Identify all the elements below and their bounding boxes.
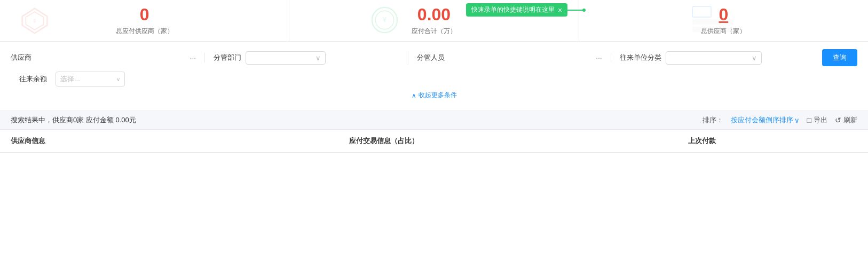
stat-total-supplier: 0 总供应商（家）	[579, 0, 868, 41]
circle-watermark-icon: ¥	[370, 5, 399, 35]
refresh-button[interactable]: ↺ 刷新	[835, 115, 857, 125]
diamond-watermark-icon: $	[21, 7, 48, 34]
total-payable-supplier-number: 0	[140, 5, 149, 24]
search-area: 供应商 ··· 分管部门 ∨ 分管人员 ··· 往来单位分类 ∨ 查询	[0, 42, 868, 111]
result-bar: 搜索结果中，供应商0家 应付金额 0.00元 排序： 按应付会额倒序排序 ∨ □…	[0, 111, 868, 130]
stat-total-payable-supplier: $ 0 总应付供应商（家）	[0, 0, 289, 41]
sort-select[interactable]: 按应付会额倒序排序 ∨	[731, 115, 800, 125]
manager-input[interactable]	[449, 54, 596, 62]
export-label: 导出	[814, 115, 827, 125]
manager-label: 分管人员	[417, 53, 445, 62]
result-info: 搜索结果中，供应商0家 应付金额 0.00元	[11, 115, 136, 125]
stat-payable-total: ¥ 0.00 应付合计（万） 快速录单的快捷键说明在这里 ×	[289, 0, 579, 41]
total-payable-supplier-label: 总应付供应商（家）	[116, 27, 173, 36]
col-header-supplier: 供应商信息	[11, 136, 349, 146]
collapse-label: 收起更多条件	[419, 91, 457, 100]
col-header-lastpay: 上次付款	[688, 136, 857, 146]
manager-field: 分管人员 ···	[408, 53, 611, 62]
export-button[interactable]: □ 导出	[807, 115, 827, 125]
balance-label: 往来余额	[19, 74, 47, 84]
rect-watermark-icon	[691, 5, 734, 35]
table-body	[0, 153, 868, 275]
svg-rect-7	[692, 19, 733, 25]
refresh-icon: ↺	[835, 116, 841, 124]
stats-bar: $ 0 总应付供应商（家） ¥ 0.00 应付合计（万） 快速录单的快捷键说明在…	[0, 0, 868, 42]
category-label: 往来单位分类	[620, 53, 661, 62]
sort-label: 排序：	[703, 115, 723, 125]
supplier-input[interactable]	[36, 54, 190, 62]
category-field: 往来单位分类 ∨	[611, 51, 814, 65]
sort-value: 按应付会额倒序排序	[731, 115, 793, 125]
svg-rect-8	[692, 27, 733, 32]
supplier-label: 供应商	[11, 53, 31, 62]
category-select[interactable]: ∨	[666, 51, 762, 65]
collapse-row: ∧ 收起更多条件	[11, 87, 857, 106]
collapse-button[interactable]: ∧ 收起更多条件	[403, 89, 465, 102]
dept-select[interactable]: ∨	[246, 51, 326, 65]
table-header: 供应商信息 应付交易信息（占比） 上次付款	[0, 130, 868, 153]
manager-dots[interactable]: ···	[596, 53, 602, 62]
category-arrow: ∨	[752, 54, 757, 62]
sort-arrow: ∨	[794, 116, 800, 124]
table-area: 供应商信息 应付交易信息（占比） 上次付款	[0, 130, 868, 275]
tooltip-text: 快速录单的快捷键说明在这里	[471, 5, 555, 14]
dept-label: 分管部门	[214, 53, 241, 62]
search-row-2: 往来余额 选择... ∨	[11, 72, 857, 87]
balance-arrow: ∨	[116, 76, 120, 82]
svg-text:¥: ¥	[382, 16, 386, 23]
balance-placeholder: 选择...	[60, 74, 80, 84]
tooltip-bar: 快速录单的快捷键说明在这里 ×	[466, 3, 567, 17]
payable-total-number: 0.00	[417, 5, 451, 24]
tooltip-close-button[interactable]: ×	[558, 6, 562, 14]
svg-rect-6	[692, 6, 711, 17]
search-row-1: 供应商 ··· 分管部门 ∨ 分管人员 ··· 往来单位分类 ∨ 查询	[11, 49, 857, 66]
supplier-dots[interactable]: ···	[190, 53, 196, 62]
query-button[interactable]: 查询	[822, 49, 857, 66]
supplier-field: 供应商 ···	[11, 53, 205, 62]
dept-arrow: ∨	[315, 54, 321, 62]
export-icon: □	[807, 116, 811, 124]
payable-total-label: 应付合计（万）	[412, 27, 456, 36]
balance-field: 往来余额 选择... ∨	[11, 72, 133, 87]
collapse-icon: ∧	[412, 92, 416, 99]
balance-select[interactable]: 选择... ∨	[56, 72, 125, 87]
tooltip-dot	[581, 7, 587, 13]
col-header-payable: 应付交易信息（占比）	[349, 136, 688, 146]
dept-field: 分管部门 ∨	[205, 51, 408, 65]
refresh-label: 刷新	[843, 115, 857, 125]
svg-text:$: $	[34, 18, 36, 23]
result-actions: 排序： 按应付会额倒序排序 ∨ □ 导出 ↺ 刷新	[703, 115, 857, 125]
